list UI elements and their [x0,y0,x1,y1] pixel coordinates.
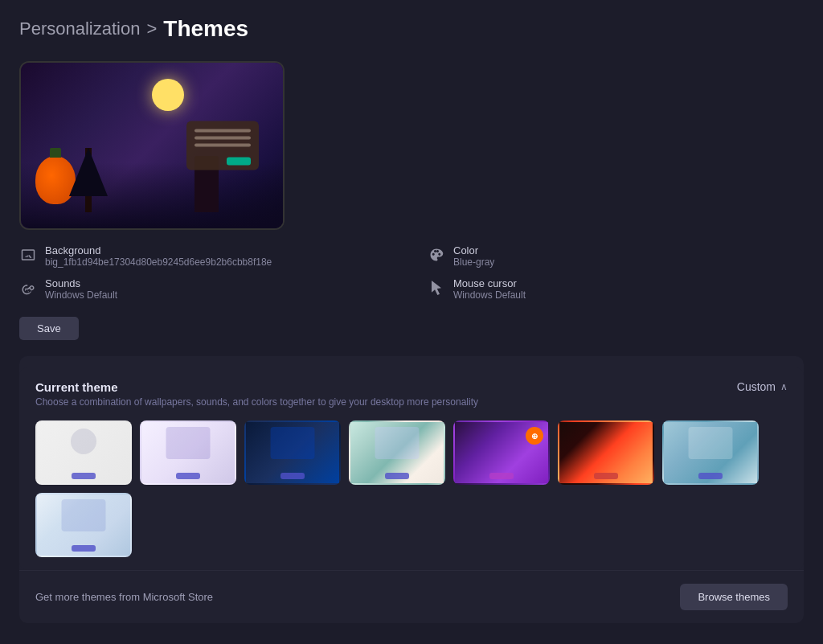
sounds-icon [19,279,37,297]
background-label: Background [45,244,272,256]
mouse-cursor-value: Windows Default [453,289,526,301]
theme-item-blue-dark[interactable] [244,420,341,485]
theme-preview [19,61,285,230]
speaker-icon [21,281,35,295]
preview-pumpkin [35,156,76,204]
themes-panel-header: Current theme Choose a combination of wa… [35,380,788,408]
breadcrumb-parent[interactable]: Personalization [19,18,140,39]
background-info[interactable]: Background big_1fb1d94be17304d80eb9245d6… [19,244,395,268]
bottom-bar: Get more themes from Microsoft Store Bro… [19,570,804,623]
mouse-cursor-label: Mouse cursor [453,277,526,289]
theme-badge [280,473,305,479]
themes-panel: Current theme Choose a combination of wa… [19,367,804,570]
theme-badge [385,473,409,479]
theme-item-white[interactable] [35,420,132,485]
mouse-pointer-icon [429,281,444,295]
sounds-info[interactable]: Sounds Windows Default [19,277,395,301]
theme-badge [489,473,514,479]
theme-item-flower2[interactable] [558,420,654,485]
background-icon [19,246,37,264]
color-text: Color Blue-gray [453,244,494,268]
sounds-value: Windows Default [45,289,117,301]
preview-moon [152,79,184,111]
theme-item-ocean[interactable] [662,420,759,485]
current-theme-label: Custom [737,380,776,393]
themes-section: Current theme Choose a combination of wa… [19,356,804,623]
theme-badge [594,473,618,479]
themes-panel-info: Current theme Choose a combination of wa… [35,380,478,408]
background-text: Background big_1fb1d94be17304d80eb9245d6… [45,244,272,268]
preview-tree [85,148,92,212]
page-container: Personalization > Themes [0,0,823,639]
dialog-line-2 [194,137,251,140]
cursor-icon [428,279,445,297]
breadcrumb-current: Themes [163,16,248,42]
theme-badge [72,545,96,552]
theme-badge [176,473,200,479]
preview-dialog [186,121,259,170]
background-value: big_1fb1d94be17304d80eb9245d6ee9b2b6cbb8… [45,256,272,268]
theme-badge [698,473,723,479]
themes-grid: ⊕ [35,420,788,557]
save-button[interactable]: Save [19,317,79,340]
color-label: Color [453,244,494,256]
dialog-button [227,158,251,166]
sounds-text: Sounds Windows Default [45,277,117,301]
mouse-cursor-info[interactable]: Mouse cursor Windows Default [428,277,804,301]
color-info[interactable]: Color Blue-gray [428,244,804,268]
color-icon [428,246,445,264]
themes-panel-current[interactable]: Custom ∧ [737,380,788,393]
theme-item-swirl[interactable] [35,493,132,557]
page-header: Personalization > Themes [19,16,804,42]
themes-panel-title: Current theme [35,380,478,394]
theme-item-flower[interactable] [140,420,236,485]
theme-badge [72,473,96,479]
theme-item-purple[interactable]: ⊕ [453,420,550,485]
sounds-label: Sounds [45,277,117,289]
overwatch-badge: ⊕ [526,427,543,445]
info-grid: Background big_1fb1d94be17304d80eb9245d6… [19,244,804,301]
preview-background [21,63,283,228]
themes-panel-desc: Choose a combination of wallpapers, soun… [35,396,478,408]
color-value: Blue-gray [453,256,494,268]
preview-section: Background big_1fb1d94be17304d80eb9245d6… [19,61,804,340]
browse-themes-button[interactable]: Browse themes [680,584,788,610]
dialog-line-3 [194,144,251,147]
breadcrumb-separator: > [146,18,157,39]
image-icon [21,248,35,262]
microsoft-store-text: Get more themes from Microsoft Store [35,591,213,603]
mouse-cursor-text: Mouse cursor Windows Default [453,277,526,301]
palette-icon [429,248,444,262]
theme-item-nature[interactable] [349,420,445,485]
chevron-up-icon: ∧ [780,381,788,392]
dialog-line-1 [194,129,251,133]
